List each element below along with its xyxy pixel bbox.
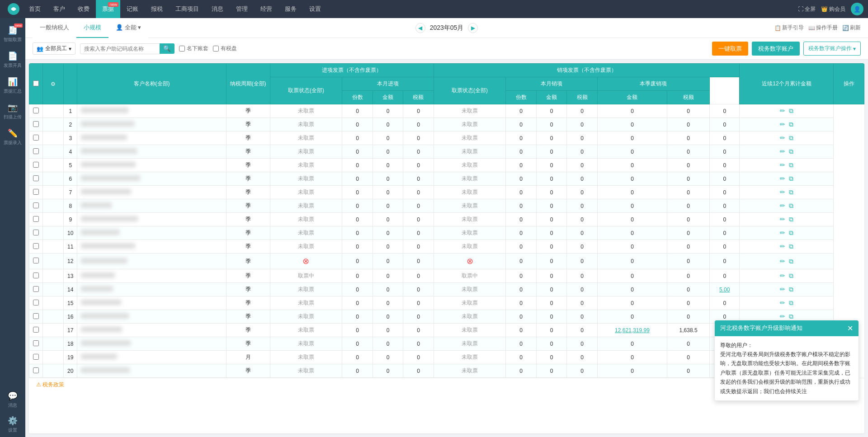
nav-operate[interactable]: 经营 [254, 0, 278, 18]
edit-btn-10[interactable]: ✏ [780, 229, 785, 236]
fetch-ticket-btn[interactable]: 一键取票 [712, 42, 748, 56]
nav-tax[interactable]: 报税 [145, 0, 169, 18]
edit-btn-13[interactable]: ✏ [780, 272, 785, 279]
edit-btn-2[interactable]: ✏ [780, 121, 785, 128]
sidebar-item-entry[interactable]: ✏️ 票据录入 [0, 125, 25, 150]
edit-btn-15[interactable]: ✏ [780, 299, 785, 306]
row-check-5[interactable] [29, 159, 43, 172]
fullscreen-btn[interactable]: ⛶ 全屏 [798, 5, 816, 13]
copy-btn-7[interactable]: ⧉ [789, 188, 793, 196]
copy-btn-3[interactable]: ⧉ [789, 134, 793, 141]
copy-btn-15[interactable]: ⧉ [789, 299, 793, 306]
copy-btn-6[interactable]: ⧉ [789, 175, 793, 182]
tab-general[interactable]: 一般纳税人 [33, 18, 76, 38]
row-check-19[interactable] [29, 351, 43, 364]
sidebar-item-message[interactable]: 💬 消息 [0, 387, 25, 412]
copy-btn-11[interactable]: ⧉ [789, 243, 793, 250]
row-check-11[interactable] [29, 240, 43, 254]
nav-settings[interactable]: 设置 [303, 0, 327, 18]
sidebar-item-config[interactable]: ⚙️ 设置 [0, 412, 25, 437]
edit-btn-3[interactable]: ✏ [780, 134, 785, 141]
row-check-13[interactable] [29, 269, 43, 283]
new-guide-btn[interactable]: 📋 新手引导 [774, 24, 804, 32]
row-check-4[interactable] [29, 145, 43, 159]
th-red-sales: 本季废销项 [597, 77, 709, 91]
row-check-17[interactable] [29, 324, 43, 337]
row-check-6[interactable] [29, 172, 43, 186]
nav-service[interactable]: 服务 [278, 0, 303, 18]
row-check-3[interactable] [29, 132, 43, 145]
tax-policy-link[interactable]: ⚠ 税务政策 [36, 381, 64, 389]
row-check-2[interactable] [29, 118, 43, 132]
nav-home[interactable]: 首页 [23, 0, 47, 18]
date-prev-btn[interactable]: ◀ [415, 23, 425, 33]
checkbox-taxdisk-input[interactable] [213, 46, 219, 52]
edit-btn-12[interactable]: ✏ [780, 258, 785, 265]
edit-btn-1[interactable]: ✏ [780, 107, 785, 114]
nav-accounting[interactable]: 记账 [120, 0, 145, 18]
edit-btn-7[interactable]: ✏ [780, 188, 785, 196]
row-check-12[interactable] [29, 254, 43, 269]
tab-small[interactable]: 小规模 [76, 18, 108, 38]
sidebar-item-scan[interactable]: 📷 扫描上传 [0, 99, 25, 124]
user-avatar[interactable]: 👤 [851, 3, 863, 15]
nav-customer[interactable]: 客户 [47, 0, 71, 18]
checkbox-taxdisk[interactable]: 有税盘 [213, 45, 237, 52]
select-all-checkbox[interactable] [33, 80, 39, 86]
sidebar-item-smart-ticket[interactable]: 🧾 智能取票 new [0, 22, 25, 47]
nav-invoice[interactable]: 票据 new [96, 0, 120, 18]
edit-btn-11[interactable]: ✏ [780, 243, 785, 250]
copy-btn-13[interactable]: ⧉ [789, 272, 793, 279]
edit-btn-9[interactable]: ✏ [780, 216, 785, 223]
edit-btn-4[interactable]: ✏ [780, 148, 785, 155]
row-check-1[interactable] [29, 104, 43, 118]
row-check-20[interactable] [29, 364, 43, 378]
copy-btn-9[interactable]: ⧉ [789, 216, 793, 223]
row-check-9[interactable] [29, 213, 43, 226]
search-input[interactable] [80, 43, 161, 54]
edit-btn-6[interactable]: ✏ [780, 175, 785, 182]
th-period[interactable]: 纳税周期(全部) [226, 64, 270, 104]
nav-business[interactable]: 工商项目 [169, 0, 205, 18]
tax-account-ops-btn[interactable]: 税务数字账户操作 ▾ [803, 42, 861, 56]
row-check-8[interactable] [29, 199, 43, 213]
row-check-18[interactable] [29, 337, 43, 351]
nav-message[interactable]: 消息 [205, 0, 230, 18]
row-check-16[interactable] [29, 310, 43, 324]
tab-all[interactable]: 👤 全能 ▾ [108, 18, 148, 38]
sidebar-item-invoice-open[interactable]: 📄 发票开具 [0, 47, 25, 72]
edit-btn-8[interactable]: ✏ [780, 202, 785, 209]
nav-fee[interactable]: 收费 [71, 0, 96, 18]
row-check-7[interactable] [29, 186, 43, 199]
sidebar-item-summary[interactable]: 📊 票据汇总 [0, 73, 25, 98]
copy-btn-8[interactable]: ⧉ [789, 202, 793, 209]
copy-btn-2[interactable]: ⧉ [789, 121, 793, 128]
refresh-btn[interactable]: 🔄 刷新 [842, 24, 861, 32]
search-btn[interactable]: 🔍 [160, 43, 175, 54]
th-income-status[interactable]: 取票状态(全部) [270, 77, 342, 104]
edit-btn-16[interactable]: ✏ [780, 313, 785, 320]
row-check-15[interactable] [29, 296, 43, 310]
copy-btn-5[interactable]: ⧉ [789, 161, 793, 169]
copy-btn-14[interactable]: ⧉ [789, 286, 793, 293]
edit-btn-14[interactable]: ✏ [780, 286, 785, 293]
checkbox-account-input[interactable] [179, 46, 185, 52]
tax-account-btn[interactable]: 税务数字账户 [752, 42, 800, 56]
employee-select[interactable]: 👥 全部员工 ▾ [33, 42, 75, 55]
copy-btn-1[interactable]: ⧉ [789, 107, 793, 114]
copy-btn-12[interactable]: ⧉ [789, 258, 793, 265]
row-check-14[interactable] [29, 283, 43, 296]
checkbox-account[interactable]: 名下账套 [179, 45, 208, 52]
th-name[interactable]: 客户名称(全部) [77, 64, 226, 104]
row-check-10[interactable] [29, 226, 43, 240]
notif-close-btn[interactable]: ✕ [847, 324, 853, 333]
vip-btn[interactable]: 👑 购会员 [821, 5, 845, 13]
manual-btn[interactable]: 📖 操作手册 [808, 24, 838, 32]
edit-btn-5[interactable]: ✏ [780, 161, 785, 169]
date-next-btn[interactable]: ▶ [468, 23, 478, 33]
th-sales-status[interactable]: 取票状态(全部) [434, 77, 506, 104]
nav-manage[interactable]: 管理 [230, 0, 254, 18]
copy-btn-16[interactable]: ⧉ [789, 313, 793, 320]
copy-btn-10[interactable]: ⧉ [789, 229, 793, 236]
copy-btn-4[interactable]: ⧉ [789, 148, 793, 155]
